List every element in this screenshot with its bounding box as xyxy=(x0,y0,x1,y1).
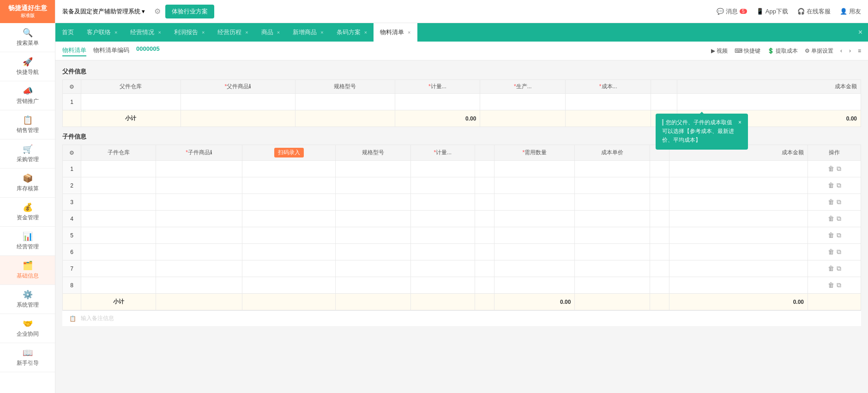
child-row-6-warehouse[interactable] xyxy=(81,244,156,260)
child-row-1-unit-cost[interactable] xyxy=(575,161,650,177)
child-row-2-qty[interactable] xyxy=(494,177,575,194)
child-row-4-unit[interactable] xyxy=(410,211,475,227)
child-row-4-warehouse[interactable] xyxy=(81,211,156,227)
delete-icon[interactable]: 🗑 xyxy=(828,198,834,206)
child-row-5-unit[interactable] xyxy=(410,227,475,244)
copy-icon[interactable]: ⧉ xyxy=(837,281,841,289)
experience-btn[interactable]: 体验行业方案 xyxy=(165,5,214,18)
tab-profit-close[interactable]: × xyxy=(202,30,205,35)
child-row-7-unit[interactable] xyxy=(410,260,475,277)
tab-bom[interactable]: 物料清单 × xyxy=(374,23,417,42)
child-row-5-qty[interactable] xyxy=(494,227,575,244)
sub-tab-bom-list[interactable]: 物料清单 xyxy=(62,45,86,56)
tab-home[interactable]: 首页 xyxy=(55,23,80,42)
child-row-1-qty[interactable] xyxy=(494,161,575,177)
tab-history-close[interactable]: × xyxy=(245,30,248,35)
tooltip-close-btn[interactable]: × xyxy=(738,118,741,127)
cost-btn[interactable]: 💲 提取成本 xyxy=(767,47,798,55)
tab-goods-close[interactable]: × xyxy=(277,30,280,35)
settings-icon[interactable]: ⚙ xyxy=(154,7,161,16)
sidebar-item-enterprise[interactable]: 🤝 企业协同 xyxy=(0,314,55,343)
child-row-1-goods[interactable] xyxy=(156,161,242,177)
parent-row-1-cost[interactable] xyxy=(566,94,651,110)
child-row-3-goods[interactable] xyxy=(156,194,242,211)
child-row-2-unit-cost[interactable] xyxy=(575,177,650,194)
child-row-7-unit-cost[interactable] xyxy=(575,260,650,277)
child-row-8-warehouse[interactable] xyxy=(81,277,156,294)
child-row-4-spec[interactable] xyxy=(336,211,410,227)
sidebar-item-purchase[interactable]: 🛒 采购管理 xyxy=(0,139,55,169)
tab-profit[interactable]: 利润报告 × xyxy=(168,23,211,42)
sidebar-item-operation[interactable]: 📊 经营管理 xyxy=(0,227,55,256)
sidebar-item-marketing[interactable]: 📣 营销推广 xyxy=(0,81,55,110)
delete-icon[interactable]: 🗑 xyxy=(828,265,834,272)
tab-goods[interactable]: 商品 × xyxy=(255,23,286,42)
child-row-2-spec[interactable] xyxy=(336,177,410,194)
child-row-5-spec[interactable] xyxy=(336,227,410,244)
delete-icon[interactable]: 🗑 xyxy=(828,181,834,189)
sidebar-item-nav[interactable]: 🚀 快捷导航 xyxy=(0,52,55,81)
child-row-6-unit[interactable] xyxy=(410,244,475,260)
tab-operation-status[interactable]: 经营情况 × xyxy=(124,23,167,42)
child-row-6-spec[interactable] xyxy=(336,244,410,260)
prev-btn[interactable]: ‹ xyxy=(840,48,842,54)
shortcut-btn[interactable]: ⌨ 快捷键 xyxy=(735,47,760,55)
user-item[interactable]: 👤 用友 xyxy=(840,7,861,16)
child-row-6-goods[interactable] xyxy=(156,244,242,260)
notes-text[interactable]: 输入备注信息 xyxy=(81,314,114,322)
copy-icon[interactable]: ⧉ xyxy=(837,265,841,272)
child-row-4-qty[interactable] xyxy=(494,211,575,227)
child-row-3-unit-cost[interactable] xyxy=(575,194,650,211)
child-row-3-spec[interactable] xyxy=(336,194,410,211)
delete-icon[interactable]: 🗑 xyxy=(828,215,834,223)
child-row-2-unit[interactable] xyxy=(410,177,475,194)
sidebar-item-search[interactable]: 🔍 搜索菜单 xyxy=(0,23,55,52)
child-row-8-unit[interactable] xyxy=(410,277,475,294)
tab-new-goods[interactable]: 新增商品 × xyxy=(286,23,330,42)
child-row-8-qty[interactable] xyxy=(494,277,575,294)
copy-icon[interactable]: ⧉ xyxy=(837,165,841,173)
tab-bom-close[interactable]: × xyxy=(408,30,410,35)
tab-history[interactable]: 经营历程 × xyxy=(211,23,254,42)
child-row-3-warehouse[interactable] xyxy=(81,194,156,211)
parent-row-1-warehouse[interactable] xyxy=(81,94,181,110)
copy-icon[interactable]: ⧉ xyxy=(837,181,841,189)
single-settings-btn[interactable]: ⚙ 单据设置 xyxy=(805,47,833,55)
child-row-1-warehouse[interactable] xyxy=(81,161,156,177)
child-row-5-warehouse[interactable] xyxy=(81,227,156,244)
tab-close-all-btn[interactable]: × xyxy=(853,23,868,42)
sub-tab-bom-code-label[interactable]: 物料清单编码 xyxy=(93,45,129,56)
tab-barcode-close[interactable]: × xyxy=(364,30,367,35)
copy-icon[interactable]: ⧉ xyxy=(837,198,841,206)
delete-icon[interactable]: 🗑 xyxy=(828,231,834,239)
copy-icon[interactable]: ⧉ xyxy=(837,231,841,239)
child-row-7-warehouse[interactable] xyxy=(81,260,156,277)
child-row-8-spec[interactable] xyxy=(336,277,410,294)
child-row-5-goods[interactable] xyxy=(156,227,242,244)
sidebar-item-sales[interactable]: 📋 销售管理 xyxy=(0,110,55,139)
sidebar-item-guide[interactable]: 📖 新手引导 xyxy=(0,343,55,372)
parent-row-1-unit[interactable] xyxy=(395,94,480,110)
delete-icon[interactable]: 🗑 xyxy=(828,248,834,256)
tab-operation-status-close[interactable]: × xyxy=(158,30,161,35)
sidebar-item-finance[interactable]: 💰 资金管理 xyxy=(0,198,55,227)
child-row-6-qty[interactable] xyxy=(494,244,575,260)
message-item[interactable]: 💬 消息 5 xyxy=(717,7,747,16)
system-title-dropdown[interactable]: 装备及固定资产辅助管理系统 ▾ xyxy=(62,7,145,16)
child-row-8-goods[interactable] xyxy=(156,277,242,294)
parent-row-1-spec[interactable] xyxy=(295,94,395,110)
parent-row-1-production[interactable] xyxy=(480,94,566,110)
online-service-item[interactable]: 🎧 在线客服 xyxy=(797,7,831,16)
sidebar-item-inventory[interactable]: 📦 库存核算 xyxy=(0,169,55,198)
tab-new-goods-close[interactable]: × xyxy=(320,30,323,35)
child-row-2-warehouse[interactable] xyxy=(81,177,156,194)
tab-customer[interactable]: 客户联络 × xyxy=(80,23,124,42)
video-btn[interactable]: ▶ 视频 xyxy=(711,47,728,55)
child-row-4-goods[interactable] xyxy=(156,211,242,227)
child-row-8-unit-cost[interactable] xyxy=(575,277,650,294)
scan-btn[interactable]: 扫码录入 xyxy=(274,148,304,157)
copy-icon[interactable]: ⧉ xyxy=(837,248,841,256)
next-btn[interactable]: › xyxy=(849,48,851,54)
app-download-item[interactable]: 📱 App下载 xyxy=(756,7,788,16)
delete-icon[interactable]: 🗑 xyxy=(828,281,834,289)
